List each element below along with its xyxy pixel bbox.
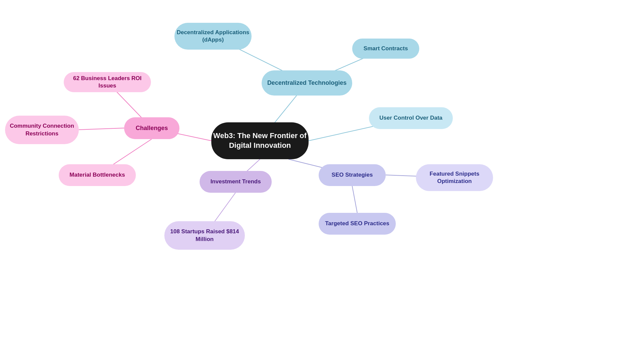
seo-strategies-node[interactable]: SEO Strategies <box>319 164 386 186</box>
challenges-node[interactable]: Challenges <box>124 117 179 139</box>
community-connection-node[interactable]: Community Connection Restrictions <box>5 116 79 144</box>
material-bottlenecks-node[interactable]: Material Bottlenecks <box>59 164 136 186</box>
center-node[interactable]: Web3: The New Frontier of Digital Innova… <box>211 122 309 159</box>
targeted-seo-node[interactable]: Targeted SEO Practices <box>319 213 396 235</box>
user-control-node[interactable]: User Control Over Data <box>369 107 453 129</box>
featured-snippets-node[interactable]: Featured Snippets Optimization <box>416 164 493 191</box>
decentralized-tech-node[interactable]: Decentralized Technologies <box>262 70 352 96</box>
svg-line-6 <box>79 128 124 130</box>
smart-contracts-node[interactable]: Smart Contracts <box>352 39 419 59</box>
investment-trends-node[interactable]: Investment Trends <box>200 171 272 193</box>
svg-line-10 <box>352 186 357 213</box>
roi-issues-node[interactable]: 62 Business Leaders ROI Issues <box>64 72 151 92</box>
decentralized-apps-node[interactable]: Decentralized Applications (dApps) <box>174 23 252 50</box>
startups-raised-node[interactable]: 108 Startups Raised $814 Million <box>164 221 245 250</box>
